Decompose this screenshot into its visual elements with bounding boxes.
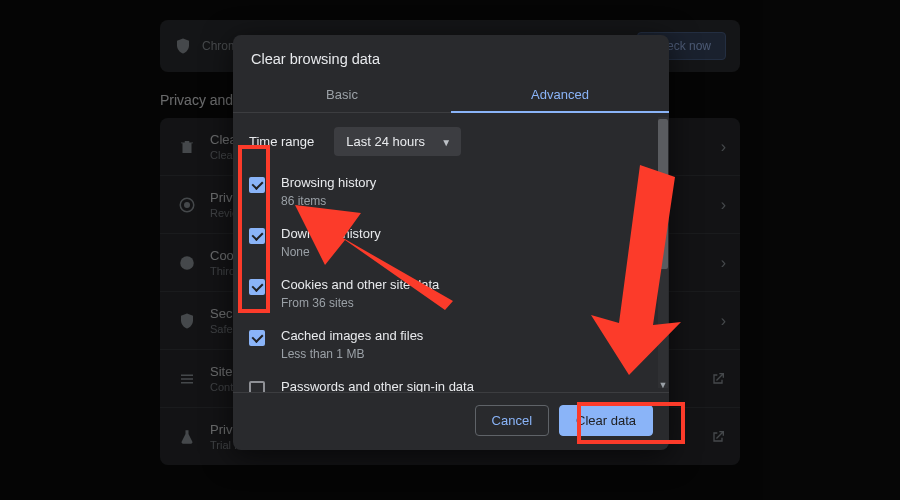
option-download-history[interactable]: Download history None — [249, 217, 643, 268]
clear-browsing-data-modal: Clear browsing data Basic Advanced Time … — [233, 35, 669, 450]
checkbox-cached[interactable] — [249, 330, 265, 346]
option-passwords[interactable]: Passwords and other sign-in data None — [249, 370, 643, 392]
checkbox-passwords[interactable] — [249, 381, 265, 392]
modal-tabs: Basic Advanced — [233, 77, 669, 113]
scrollbar-down-arrow[interactable]: ▼ — [658, 380, 668, 390]
checkbox-cookies[interactable] — [249, 279, 265, 295]
shield-icon — [178, 312, 196, 330]
time-range-row: Time range Last 24 hours ▼ — [249, 123, 643, 166]
svg-point-1 — [184, 202, 190, 208]
scrollbar-thumb[interactable] — [658, 119, 668, 269]
shield-icon — [174, 37, 192, 55]
target-icon — [178, 196, 196, 214]
option-browsing-history[interactable]: Browsing history 86 items — [249, 166, 643, 217]
tab-basic[interactable]: Basic — [233, 77, 451, 112]
sliders-icon — [178, 370, 196, 388]
cancel-button[interactable]: Cancel — [475, 405, 549, 436]
time-range-select[interactable]: Last 24 hours — [334, 127, 461, 156]
open-in-new-icon — [710, 429, 726, 445]
option-cookies[interactable]: Cookies and other site data From 36 site… — [249, 268, 643, 319]
chevron-right-icon: › — [721, 196, 726, 214]
chevron-right-icon: › — [721, 254, 726, 272]
option-cached[interactable]: Cached images and files Less than 1 MB — [249, 319, 643, 370]
modal-footer: Cancel Clear data — [233, 392, 669, 450]
open-in-new-icon — [710, 371, 726, 387]
flask-icon — [178, 428, 196, 446]
svg-point-2 — [180, 256, 194, 270]
cookie-icon — [178, 254, 196, 272]
chevron-right-icon: › — [721, 138, 726, 156]
time-range-label: Time range — [249, 134, 314, 149]
modal-title: Clear browsing data — [233, 35, 669, 77]
trash-icon — [178, 138, 196, 156]
tab-advanced[interactable]: Advanced — [451, 77, 669, 112]
checkbox-download-history[interactable] — [249, 228, 265, 244]
chevron-right-icon: › — [721, 312, 726, 330]
clear-data-button[interactable]: Clear data — [559, 405, 653, 436]
modal-body: Time range Last 24 hours ▼ Browsing hist… — [233, 113, 669, 392]
checkbox-browsing-history[interactable] — [249, 177, 265, 193]
